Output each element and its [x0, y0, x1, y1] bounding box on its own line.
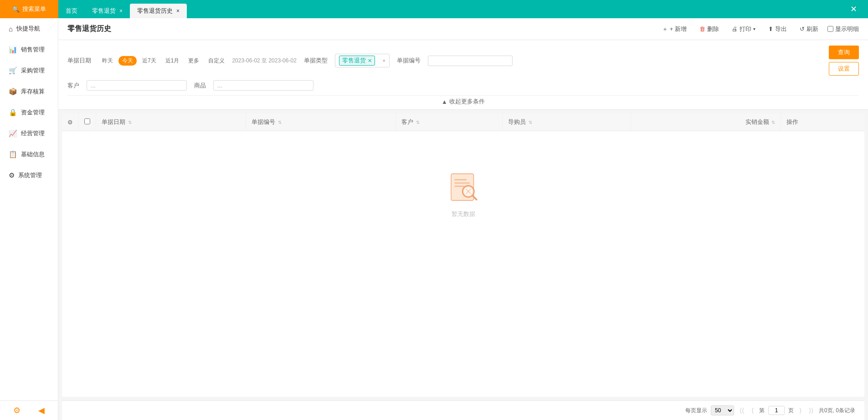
collapse-label: 收起更多条件 — [449, 97, 485, 106]
th-checkbox[interactable] — [79, 113, 96, 131]
sidebar-item-finance[interactable]: 🔒资金管理 — [0, 102, 58, 123]
customer-select[interactable]: ... — [87, 80, 187, 91]
search-label: 搜索菜单 — [22, 5, 46, 13]
settings-button[interactable]: 设置 — [829, 62, 859, 76]
refresh-icon: ↺ — [800, 26, 805, 32]
doc-type-dropdown-icon: ▾ — [383, 58, 385, 64]
svg-rect-2 — [454, 182, 470, 184]
doc-type-tag: 零售退货 ✕ — [339, 56, 375, 66]
sidebar-icon-system: ⚙ — [9, 171, 15, 179]
th-doc-number[interactable]: 单据编号 ⇅ — [246, 113, 395, 131]
sidebar-label-purchase: 采购管理 — [21, 67, 45, 75]
sidebar-icon-sales: 📊 — [9, 46, 17, 54]
table-header-row: ⚙ 单据日期 ⇅ 单据编号 ⇅ 客户 ⇅ 导购员 ⇅ 实销金额 ⇅ 操作 — [62, 113, 864, 131]
sidebar-bottom: ⚙ ◀ — [0, 400, 58, 420]
sort-doc-date-icon: ⇅ — [128, 120, 132, 125]
page-unit: 页 — [788, 407, 794, 415]
export-button[interactable]: ⬆ 导出 — [765, 23, 791, 35]
sidebar-label-quick-nav: 快捷导航 — [16, 25, 40, 33]
select-all-checkbox[interactable] — [84, 118, 90, 124]
doc-type-label: 单据类型 — [304, 56, 328, 65]
sidebar-item-basic-info[interactable]: 📋基础信息 — [0, 144, 58, 165]
sidebar-item-inventory[interactable]: 📦库存核算 — [0, 81, 58, 102]
date-btn-more[interactable]: 更多 — [185, 56, 203, 66]
date-btn-7days[interactable]: 近7天 — [139, 56, 160, 66]
doc-type-tag-close[interactable]: ✕ — [368, 58, 372, 64]
sidebar-label-basic-info: 基础信息 — [21, 150, 45, 159]
settings-bottom-icon[interactable]: ⚙ — [13, 405, 21, 415]
sidebar: ⌂快捷导航📊销售管理🛒采购管理📦库存核算🔒资金管理📈经营管理📋基础信息⚙系统管理… — [0, 18, 58, 420]
search-icon: 🔍 — [12, 6, 20, 13]
empty-illustration — [443, 168, 484, 210]
show-details-input[interactable] — [827, 26, 833, 32]
doc-number-input[interactable] — [428, 56, 513, 66]
next-page-btn[interactable]: ⟩ — [797, 406, 803, 415]
first-page-btn[interactable]: ⟨⟨ — [738, 406, 746, 415]
page-number-input[interactable]: 1 — [768, 406, 785, 415]
print-dropdown-icon: ▾ — [753, 26, 755, 31]
tab-retail-return[interactable]: 零售退货× — [85, 4, 130, 18]
collapse-filter-btn[interactable]: ▲ 收起更多条件 — [67, 95, 859, 108]
per-page-label: 每页显示 — [685, 407, 707, 415]
page-label: 第 — [759, 407, 765, 415]
empty-text: 暂无数据 — [452, 210, 475, 218]
filter-row-2: 客户 ... 商品 ... — [67, 80, 859, 91]
new-button[interactable]: ＋ + 新增 — [658, 23, 690, 35]
sidebar-item-operations[interactable]: 📈经营管理 — [0, 123, 58, 144]
date-btn-today[interactable]: 今天 — [118, 56, 137, 66]
goods-filter-label: 商品 — [194, 82, 206, 90]
collapse-sidebar-icon[interactable]: ◀ — [38, 405, 45, 415]
sidebar-item-system[interactable]: ⚙系统管理 — [0, 165, 58, 186]
sort-doc-number-icon: ⇅ — [278, 120, 282, 125]
th-settings[interactable]: ⚙ — [62, 113, 79, 131]
date-btn-1month[interactable]: 近1月 — [162, 56, 183, 66]
export-label: 导出 — [775, 25, 787, 33]
th-amount[interactable]: 实销金额 ⇅ — [631, 113, 781, 131]
tab-close-retail-return-history[interactable]: × — [176, 8, 180, 14]
doc-number-label: 单据编号 — [397, 56, 421, 65]
collapse-icon: ▲ — [442, 98, 447, 105]
th-doc-date[interactable]: 单据日期 ⇅ — [96, 113, 246, 131]
pagination: 每页显示 50 20 100 ⟨⟨ ⟨ 第 1 页 ⟩ ⟩⟩ 共0页, 0条记录 — [62, 400, 864, 420]
per-page-select[interactable]: 50 20 100 — [711, 405, 734, 415]
date-btn-yesterday[interactable]: 昨天 — [98, 56, 117, 66]
sidebar-item-sales[interactable]: 📊销售管理 — [0, 39, 58, 60]
sidebar-icon-operations: 📈 — [9, 129, 17, 138]
tab-home[interactable]: 首页 — [58, 4, 85, 18]
sidebar-item-quick-nav[interactable]: ⌂快捷导航 — [0, 18, 58, 39]
show-details-checkbox[interactable]: 显示明细 — [827, 25, 859, 33]
window-close-icon[interactable]: ✕ — [847, 5, 861, 14]
show-details-label: 显示明细 — [835, 25, 859, 33]
sort-amount-icon: ⇅ — [771, 120, 775, 125]
th-guide[interactable]: 导购员 ⇅ — [503, 113, 631, 131]
tab-retail-return-history[interactable]: 零售退货历史× — [130, 4, 187, 18]
th-customer[interactable]: 客户 ⇅ — [395, 113, 503, 131]
sidebar-label-finance: 资金管理 — [21, 108, 45, 117]
last-page-btn[interactable]: ⟩⟩ — [807, 406, 815, 415]
prev-page-btn[interactable]: ⟨ — [750, 406, 755, 415]
print-button[interactable]: 🖨 打印 ▾ — [728, 23, 759, 35]
print-icon: 🖨 — [732, 26, 738, 32]
sidebar-label-inventory: 库存核算 — [21, 87, 45, 96]
search-area[interactable]: 🔍 搜索菜单 — [0, 0, 58, 18]
tabs-area: 首页零售退货×零售退货历史× — [58, 0, 847, 18]
top-bar-right: ✕ — [847, 4, 868, 14]
sidebar-item-purchase[interactable]: 🛒采购管理 — [0, 60, 58, 81]
customer-filter-label: 客户 — [67, 82, 79, 90]
delete-button[interactable]: 🗑 删除 — [696, 23, 723, 35]
tab-close-retail-return[interactable]: × — [119, 8, 123, 14]
doc-type-select[interactable]: 零售退货 ✕ ▾ — [335, 54, 390, 67]
delete-icon: 🗑 — [699, 26, 705, 32]
refresh-button[interactable]: ↺ 刷新 — [796, 23, 822, 35]
date-range-display: 2023-06-02 至 2023-06-02 — [232, 57, 296, 65]
date-filters: 昨天 今天 近7天 近1月 更多 自定义 2023-06-02 至 2023-0… — [98, 56, 297, 66]
sidebar-label-operations: 经营管理 — [21, 129, 45, 138]
goods-select[interactable]: ... — [213, 80, 313, 91]
query-button[interactable]: 查询 — [829, 46, 859, 59]
tab-label-retail-return-history: 零售退货历史 — [137, 7, 173, 15]
new-icon: ＋ — [662, 25, 668, 33]
date-btn-custom[interactable]: 自定义 — [205, 56, 228, 66]
date-filter-label: 单据日期 — [67, 56, 91, 65]
sidebar-icon-purchase: 🛒 — [9, 67, 17, 75]
filter-row-1: 单据日期 昨天 今天 近7天 近1月 更多 自定义 2023-06-02 至 2… — [67, 46, 859, 76]
